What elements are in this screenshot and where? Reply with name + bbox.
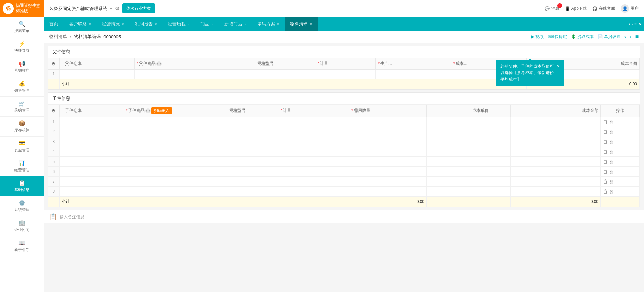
delete-icon-1[interactable]: 🗑 xyxy=(603,119,608,125)
child-cost-amount-3[interactable] xyxy=(510,137,600,147)
delete-icon-6[interactable]: 🗑 xyxy=(603,169,608,174)
child-unit-cost-4[interactable] xyxy=(427,147,491,157)
tab-close-business[interactable]: × xyxy=(122,22,124,26)
tab-close-all-icon[interactable]: × xyxy=(638,21,641,27)
sidebar-item-search[interactable]: 🔍 搜索菜单 xyxy=(0,17,44,37)
child-warehouse-2[interactable] xyxy=(59,127,124,137)
child-cost-amount-5[interactable] xyxy=(510,157,600,167)
copy-icon-2[interactable]: ⎘ xyxy=(610,129,612,135)
sidebar-item-system[interactable]: ⚙️ 系统管理 xyxy=(0,196,44,216)
tab-close-customer[interactable]: × xyxy=(89,22,91,26)
child-unit-2[interactable] xyxy=(278,127,330,137)
delete-icon-3[interactable]: 🗑 xyxy=(603,139,608,144)
child-spec-2[interactable] xyxy=(227,127,278,137)
child-product-8[interactable] xyxy=(124,187,227,197)
child-unit-5[interactable] xyxy=(278,157,330,167)
child-unit-6[interactable] xyxy=(278,167,330,177)
user-menu[interactable]: 👤 用户 xyxy=(621,4,639,13)
delete-icon-4[interactable]: 🗑 xyxy=(603,149,608,154)
child-warehouse-4[interactable] xyxy=(59,147,124,157)
child-qty-5[interactable] xyxy=(349,157,427,167)
child-unit-cost-7[interactable] xyxy=(427,177,491,187)
parent-production-cell[interactable] xyxy=(376,70,451,79)
child-unit-4[interactable] xyxy=(278,147,330,157)
child-cost-amount-6[interactable] xyxy=(510,167,600,177)
child-unit-3[interactable] xyxy=(278,137,330,147)
delete-icon-7[interactable]: 🗑 xyxy=(603,179,608,184)
video-button[interactable]: ▶ 视频 xyxy=(531,34,544,40)
sidebar-item-sales[interactable]: 💰 销售管理 xyxy=(0,77,44,97)
th-settings[interactable]: ⚙ xyxy=(48,58,59,70)
copy-icon-7[interactable]: ⎘ xyxy=(610,179,612,184)
copy-icon-5[interactable]: ⎘ xyxy=(610,159,612,164)
delete-icon-2[interactable]: 🗑 xyxy=(603,129,608,135)
child-warehouse-7[interactable] xyxy=(59,177,124,187)
child-qty-8[interactable] xyxy=(349,187,427,197)
trial-button[interactable]: 体验行业方案 xyxy=(122,3,155,13)
child-qty-1[interactable] xyxy=(349,117,427,127)
child-warehouse-8[interactable] xyxy=(59,187,124,197)
child-spec-7[interactable] xyxy=(227,177,278,187)
sidebar-item-quick-nav[interactable]: ⚡ 快捷导航 xyxy=(0,37,44,57)
tab-barcode[interactable]: 条码方案 × xyxy=(252,17,285,31)
child-product-5[interactable] xyxy=(124,157,227,167)
sidebar-item-purchase[interactable]: 🛒 采购管理 xyxy=(0,97,44,117)
child-product-2[interactable] xyxy=(124,127,227,137)
tab-history[interactable]: 经营历程 × xyxy=(162,17,195,31)
child-unit-cost-6[interactable] xyxy=(427,167,491,177)
child-spec-3[interactable] xyxy=(227,137,278,147)
child-product-1[interactable] xyxy=(124,117,227,127)
sidebar-item-guide[interactable]: 📖 新手引导 xyxy=(0,236,44,256)
child-qty-4[interactable] xyxy=(349,147,427,157)
child-product-3[interactable] xyxy=(124,137,227,147)
child-warehouse-1[interactable] xyxy=(59,117,124,127)
tab-close-bom[interactable]: × xyxy=(310,22,312,26)
copy-icon-6[interactable]: ⎘ xyxy=(610,169,612,174)
child-spec-1[interactable] xyxy=(227,117,278,127)
child-warehouse-6[interactable] xyxy=(59,167,124,177)
child-product-7[interactable] xyxy=(124,177,227,187)
nav-left-icon[interactable]: ‹ xyxy=(624,34,626,39)
tooltip-close-button[interactable]: × xyxy=(557,63,559,70)
child-unit-cost-2[interactable] xyxy=(427,127,491,137)
tab-next-icon[interactable]: › xyxy=(632,22,633,26)
scan-input-button[interactable]: 扫码录入 xyxy=(151,107,172,114)
online-service-button[interactable]: 🎧 在线客服 xyxy=(592,5,615,11)
child-product-4[interactable] xyxy=(124,147,227,157)
sidebar-item-basic-info[interactable]: 📋 基础信息 xyxy=(0,176,44,196)
tab-customer[interactable]: 客户联络 × xyxy=(64,17,97,31)
child-cost-amount-1[interactable] xyxy=(510,117,600,127)
child-qty-6[interactable] xyxy=(349,167,427,177)
shortcut-button[interactable]: ⌨ 快捷键 xyxy=(548,34,567,40)
tab-close-profit[interactable]: × xyxy=(155,22,157,26)
child-unit-cost-5[interactable] xyxy=(427,157,491,167)
tab-close-barcode[interactable]: × xyxy=(277,22,279,26)
messages-button[interactable]: 💬 消息 6 xyxy=(545,5,559,11)
child-cost-amount-4[interactable] xyxy=(510,147,600,157)
grid-view-icon[interactable]: ≡ xyxy=(635,34,639,40)
child-cost-amount-2[interactable] xyxy=(510,127,600,137)
copy-icon-4[interactable]: ⎘ xyxy=(610,149,612,154)
child-qty-3[interactable] xyxy=(349,137,427,147)
tab-profit[interactable]: 利润报告 × xyxy=(129,17,162,31)
child-product-6[interactable] xyxy=(124,167,227,177)
parent-spec-cell[interactable] xyxy=(255,70,315,79)
child-spec-8[interactable] xyxy=(227,187,278,197)
child-warehouse-5[interactable] xyxy=(59,157,124,167)
child-unit-7[interactable] xyxy=(278,177,330,187)
parent-product-cell[interactable] xyxy=(135,70,255,79)
child-spec-6[interactable] xyxy=(227,167,278,177)
child-cost-amount-7[interactable] xyxy=(510,177,600,187)
child-qty-7[interactable] xyxy=(349,177,427,187)
child-unit-cost-1[interactable] xyxy=(427,117,491,127)
parent-warehouse-cell[interactable] xyxy=(59,70,135,79)
delete-icon-8[interactable]: 🗑 xyxy=(603,189,608,194)
delete-icon-5[interactable]: 🗑 xyxy=(603,159,608,164)
tab-bom[interactable]: 物料清单 × xyxy=(285,17,318,31)
copy-icon-8[interactable]: ⎘ xyxy=(610,189,612,194)
child-spec-5[interactable] xyxy=(227,157,278,167)
app-download-button[interactable]: 📱 App下载 xyxy=(565,5,587,11)
tab-new-product[interactable]: 新增商品 × xyxy=(219,17,252,31)
tab-business[interactable]: 经营情况 × xyxy=(97,17,129,31)
nav-right-icon[interactable]: › xyxy=(630,34,631,39)
